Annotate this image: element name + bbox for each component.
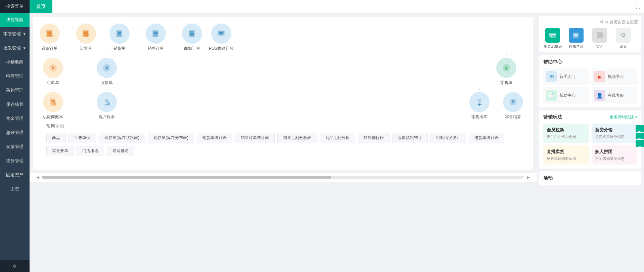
wf-label-jinhuodan: 进货单 xyxy=(80,46,92,51)
help-label-xinshou: 新手入门 xyxy=(559,74,576,80)
func-btn-xiaoshoumaolifen[interactable]: 销售毛利分析表 xyxy=(277,133,317,143)
wf-label-lingshoujiesuan: 零售结算 xyxy=(505,114,521,120)
sidebar-item-gongzi[interactable]: 工资 xyxy=(0,182,30,196)
sidebar-item-dianshangguan[interactable]: 电商管理 xyxy=(0,69,30,83)
func-btn-fukuanqingkuang[interactable]: 付款情况统计 xyxy=(430,133,466,143)
func-btn-xiaohuodantongji[interactable]: 销货单统计表 xyxy=(197,133,232,143)
func-btn-lingshoukaidan[interactable]: 零售开单 xyxy=(46,146,74,156)
topbar: 首页 ⛶ xyxy=(30,0,644,13)
wf-circle-lingshoujiesuan[interactable]: ¥ xyxy=(503,92,523,112)
sidebar-item-caigou[interactable]: 采购管理 xyxy=(0,83,30,97)
help-label-shipin: 视频学习 xyxy=(608,74,624,80)
wf-circle-lingshoudan[interactable]: ¥ xyxy=(496,58,516,78)
arrow-down-xiaoshoudingdan: ↓ xyxy=(505,51,508,56)
wf-label-fukuandan: 付款单 xyxy=(47,80,59,86)
sidebar-settings-button[interactable]: ⚙ xyxy=(0,260,30,272)
sidebar-item-pifa[interactable]: 批发管理 ▼ xyxy=(0,41,30,55)
wf-circle-kehuzhangben[interactable] xyxy=(97,92,117,112)
quick-icon-label-xianjin: 现金流量表 xyxy=(544,44,562,49)
func-btn-xianzunliang2[interactable]: 现存量(库存分布表) xyxy=(148,133,194,143)
sidebar-search[interactable]: 搜索菜单 xyxy=(0,0,30,13)
marketing-title-pintuan: 多人拼团 xyxy=(595,149,634,155)
func-btn-shangpin[interactable]: 商品 xyxy=(46,133,66,143)
workflow-row2: ↓ ¥ 付款单 ↓ xyxy=(40,51,526,86)
quick-icon-wanglaidan[interactable]: 往来单位 xyxy=(566,28,586,49)
func-btn-xianzunliang1[interactable]: 现存量(库存状况表) xyxy=(99,133,145,143)
marketing-item-pintuan[interactable]: 多人拼团 拼团购物享受优惠 xyxy=(592,145,637,165)
wf-circle-shangchengdingdan[interactable] xyxy=(182,24,202,44)
func-btn-shangpinmaoli[interactable]: 商品毛利分析 xyxy=(320,133,355,143)
wf-circle-xiaoshoudingdan[interactable] xyxy=(146,24,166,44)
wf-circle-gongyingshangzhangben[interactable] xyxy=(43,92,63,112)
quick-icon-shezhi[interactable]: ⚙ 设置 xyxy=(613,28,633,49)
wf-node-xiaoshoudingdan: 销售订单 xyxy=(146,24,166,51)
sidebar-item-shuiwu[interactable]: 税务管理 xyxy=(0,154,30,168)
quick-nav-icons: 现金流量表 往来单位 xyxy=(543,28,638,49)
float-btn-shequ[interactable]: 服务社区 xyxy=(636,133,644,139)
wf-col-lingshoujiesuan: ↓ ¥ 零售结算 xyxy=(500,86,526,120)
bottom-scrollbar: ◀ ▶ xyxy=(30,173,537,182)
wf-circle-lingshouchuku[interactable] xyxy=(469,92,490,112)
quick-icon-xianjinliuliang[interactable]: 现金流量表 xyxy=(543,28,563,49)
wf-col-shoukuan: ↓ ¥ 收款单 xyxy=(93,51,120,86)
func-btn-shoukuanqingkuang[interactable]: 收款情况统计 xyxy=(392,133,428,143)
content-area: 进货订单 - - → xyxy=(30,13,644,272)
sidebar-item-fapiao[interactable]: 发票管理 xyxy=(0,140,30,154)
func-btn-xiaoshoupaihang[interactable]: 销售排行榜 xyxy=(358,133,389,143)
arrow-left-2: ← - - xyxy=(166,24,182,39)
tab-home[interactable]: 首页 xyxy=(30,0,52,13)
wf-circle-fukuandan[interactable]: ¥ xyxy=(43,58,63,78)
svg-rect-46 xyxy=(549,33,556,38)
sidebar-item-kucun[interactable]: 库存核算 xyxy=(0,97,30,111)
func-btn-jinhuodantongji[interactable]: 进货单统计表 xyxy=(469,133,504,143)
help-item-zaixiankefu[interactable]: 👤 在线客服 xyxy=(592,87,637,103)
wf-col-kehu: ↓ 客户账本 xyxy=(93,86,120,120)
help-grid: ✉ 新手入门 ▶ 视频学习 📄 帮助中心 👤 在线客服 xyxy=(543,69,637,103)
gear-icon: ⚙ xyxy=(13,264,17,269)
svg-point-39 xyxy=(105,99,108,102)
fullscreen-icon[interactable]: ⛶ xyxy=(635,4,641,9)
wf-circle-jinhuodingdan[interactable] xyxy=(40,24,60,44)
sidebar-item-xiaochangdianshang[interactable]: 小畅电商 xyxy=(0,55,30,69)
marketing-item-huiyuanlaxin[interactable]: 会员拉新 吸引用户成为会员 xyxy=(543,124,589,143)
arrow-down-lingshoudan: ↓ xyxy=(478,86,481,91)
main-area: 首页 ⛶ xyxy=(30,0,644,272)
help-item-bangzhuzhongxin[interactable]: 📄 帮助中心 xyxy=(543,87,589,103)
gear-icon-settings: ⚙ xyxy=(600,19,604,25)
gear-icon-quicknav: ⚙ xyxy=(620,32,626,39)
marketing-item-zhibo[interactable]: 直播卖货 场景式购物新玩法 xyxy=(543,145,589,165)
topbar-right: ⛶ xyxy=(635,4,644,10)
scroll-left-arrow[interactable]: ◀ xyxy=(36,175,39,180)
svg-rect-52 xyxy=(597,32,603,38)
sidebar-item-zongzhang[interactable]: 总账管理 xyxy=(0,126,30,140)
marketing-title: 营销玩法 xyxy=(543,114,562,120)
float-btn-kefu[interactable]: 客服热线 xyxy=(636,125,644,132)
func-btn-mendianpaihang[interactable]: 门店排名 xyxy=(77,146,104,156)
marketing-desc-pintuan: 拼团购物享受优惠 xyxy=(595,156,634,161)
help-item-shipinxuexi[interactable]: ▶ 视频学习 xyxy=(592,69,637,85)
marketing-item-liebianfenxiao[interactable]: 裂变分销 裂变式发展分销商 xyxy=(592,124,637,143)
homepage-settings[interactable]: ⚙ ⚙ 首页自定义设置 xyxy=(543,19,638,25)
scroll-right-arrow[interactable]: ▶ xyxy=(527,175,530,180)
marketing-header: 营销玩法 更多营销玩法 > xyxy=(543,114,637,120)
func-btn-xiaoshoudingdantongji[interactable]: 销售订单统计表 xyxy=(235,133,275,143)
scrollbar-track[interactable] xyxy=(42,176,524,179)
sidebar-item-zijin[interactable]: 资金管理 xyxy=(0,111,30,126)
help-item-xinshoumen[interactable]: ✉ 新手入门 xyxy=(543,69,589,85)
sidebar-item-kuaijie[interactable]: 快捷导航 xyxy=(0,13,30,27)
help-icon-xinshou: ✉ xyxy=(546,71,557,82)
marketing-title-liebian: 裂变分销 xyxy=(595,127,634,133)
sidebar-item-lingshou[interactable]: 零售管理 ▼ xyxy=(0,27,30,41)
marketing-more[interactable]: 更多营销玩法 > xyxy=(610,115,637,120)
wf-circle-shoukuandan[interactable]: ¥ xyxy=(97,58,117,78)
wf-circle-xiaohuodan[interactable] xyxy=(109,24,130,44)
arrow-right-1: - - → xyxy=(60,24,76,39)
wf-circle-pos[interactable] xyxy=(211,24,231,44)
float-btn-zhuomian[interactable]: 桌面快捷 xyxy=(636,140,644,147)
func-btn-wanglaidanwei[interactable]: 往来单位 xyxy=(68,133,96,143)
svg-text:¥: ¥ xyxy=(512,100,514,104)
wf-circle-jinhuodan[interactable] xyxy=(76,24,96,44)
arrow-down-fukuandan: ↓ xyxy=(52,86,54,91)
sidebar-item-gudingzichan[interactable]: 固定资产 xyxy=(0,168,30,182)
func-btn-daogoupaihang[interactable]: 导购排名 xyxy=(107,146,134,156)
